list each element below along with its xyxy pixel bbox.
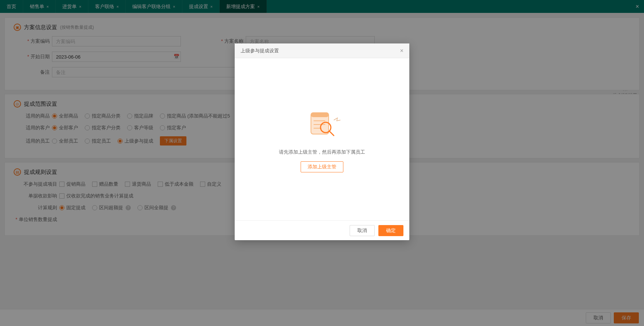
empty-state-icon	[300, 106, 344, 143]
modal-footer: 取消 确定	[235, 220, 409, 240]
modal-cancel-button[interactable]: 取消	[350, 225, 375, 236]
modal-title: 上级参与提成设置	[241, 48, 279, 54]
modal-header: 上级参与提成设置 ×	[235, 43, 409, 58]
modal-confirm-button[interactable]: 确定	[378, 225, 403, 236]
modal-overlay[interactable]: 上级参与提成设置 × 请先添加上级主管，然后再添加下属员工 添加上级主管 取消 …	[0, 0, 644, 326]
add-supervisor-button[interactable]: 添加上级主管	[301, 161, 343, 172]
svg-rect-1	[311, 113, 329, 117]
svg-line-3	[329, 131, 334, 136]
close-icon[interactable]: ×	[400, 48, 403, 54]
modal-body: 请先添加上级主管，然后再添加下属员工 添加上级主管	[235, 58, 409, 220]
empty-state-text: 请先添加上级主管，然后再添加下属员工	[279, 149, 365, 155]
modal-dialog: 上级参与提成设置 × 请先添加上级主管，然后再添加下属员工 添加上级主管 取消 …	[235, 43, 409, 240]
